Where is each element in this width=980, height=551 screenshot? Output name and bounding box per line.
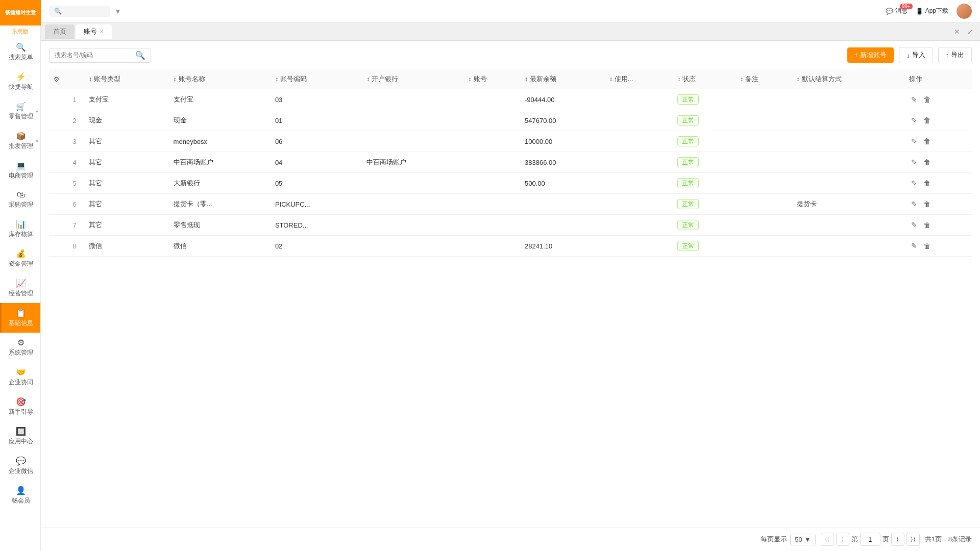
member-icon: 👤	[4, 486, 38, 495]
row-bank-2	[362, 131, 464, 152]
sidebar-item-wholesale[interactable]: 📦 批发管理 ▾	[0, 126, 40, 156]
row-action-7: ✎ 🗑	[905, 236, 972, 257]
edit-button-2[interactable]: ✎	[909, 136, 919, 146]
col-account[interactable]: ↕ 账号	[464, 69, 521, 89]
edit-button-4[interactable]: ✎	[909, 178, 919, 188]
sidebar-item-guide[interactable]: 🎯 新手引导	[0, 392, 40, 421]
sidebar-item-wechat[interactable]: 💬 企业微信	[0, 451, 40, 481]
import-button[interactable]: ↓ 导入	[899, 47, 933, 63]
wechat-icon: 💬	[4, 456, 38, 466]
row-type-7: 微信	[85, 236, 169, 257]
delete-button-7[interactable]: 🗑	[921, 241, 933, 251]
row-gear-7	[49, 236, 64, 257]
delete-button-2[interactable]: 🗑	[921, 136, 933, 146]
prev-page-button[interactable]: ⟨	[836, 533, 849, 546]
sidebar-item-member[interactable]: 👤 畅会员	[0, 481, 40, 510]
page-size-select[interactable]: 50 ▼	[790, 534, 815, 545]
edit-button-7[interactable]: ✎	[909, 241, 919, 251]
row-bank-1	[362, 110, 464, 131]
row-status-5: 正常	[673, 194, 736, 215]
edit-button-5[interactable]: ✎	[909, 199, 919, 209]
col-balance[interactable]: ↕ 最新余额	[521, 69, 605, 89]
export-icon: ↑	[946, 52, 949, 59]
page-input[interactable]	[860, 533, 880, 546]
col-usage[interactable]: ↕ 使用...	[605, 69, 673, 89]
tab-home[interactable]: 首页	[45, 24, 75, 39]
sidebar-item-system[interactable]: ⚙ 系统管理	[0, 333, 40, 362]
row-num-5: 6	[64, 194, 85, 215]
row-action-4: ✎ 🗑	[905, 173, 972, 194]
col-gear[interactable]: ⚙	[49, 69, 64, 89]
last-page-button[interactable]: ⟩⟩	[906, 533, 920, 546]
row-code-1: 01	[271, 110, 362, 131]
sidebar-item-basic[interactable]: 📋 基础信息	[0, 303, 40, 333]
edit-button-1[interactable]: ✎	[909, 115, 919, 126]
page-size-dropdown-icon: ▼	[804, 536, 811, 543]
delete-button-6[interactable]: 🗑	[921, 220, 933, 230]
row-code-0: 03	[271, 89, 362, 110]
sidebar-item-purchase[interactable]: 🛍 采购管理	[0, 185, 40, 214]
delete-button-0[interactable]: 🗑	[921, 94, 933, 105]
col-status[interactable]: ↕ 状态	[673, 69, 736, 89]
sidebar-item-finance[interactable]: 💰 资金管理	[0, 244, 40, 273]
row-bank-3: 中百商场账户	[362, 152, 464, 173]
row-action-5: ✎ 🗑	[905, 194, 972, 215]
delete-button-3[interactable]: 🗑	[921, 157, 933, 167]
row-balance-4: 500.00	[521, 173, 605, 194]
row-remark-4	[736, 173, 793, 194]
col-settle[interactable]: ↕ 默认结算方式	[793, 69, 905, 89]
row-num-3: 4	[64, 152, 85, 173]
message-button[interactable]: 💬 消息 99+	[886, 7, 908, 15]
row-code-7: 02	[271, 236, 362, 257]
row-type-2: 其它	[85, 131, 169, 152]
sidebar-item-collab[interactable]: 🤝 企业协同	[0, 362, 40, 392]
sidebar-item-business[interactable]: 📈 经营管理	[0, 273, 40, 303]
sidebar-item-quick[interactable]: ⚡ 快捷导航	[0, 67, 40, 96]
col-remark[interactable]: ↕ 备注	[736, 69, 793, 89]
topbar-dropdown-icon[interactable]: ▼	[114, 7, 121, 15]
sidebar-item-search[interactable]: 🔍 搜索菜单	[0, 37, 40, 67]
search-wrap[interactable]: 🔍	[49, 48, 151, 63]
col-code[interactable]: ↕ 账号编码	[271, 69, 362, 89]
row-name-5: 提货卡（零...	[169, 194, 271, 215]
tab-close-button[interactable]: ✕	[951, 26, 963, 37]
export-button[interactable]: ↑ 导出	[938, 47, 972, 63]
first-page-button[interactable]: ⟨⟨	[821, 533, 834, 546]
sidebar-item-ecommerce[interactable]: 💻 电商管理	[0, 156, 40, 185]
edit-button-6[interactable]: ✎	[909, 220, 919, 230]
tab-account[interactable]: 账号 ×	[76, 24, 112, 39]
row-code-2: 06	[271, 131, 362, 152]
edit-button-3[interactable]: ✎	[909, 157, 919, 167]
edit-button-0[interactable]: ✎	[909, 94, 919, 105]
main-area: 🔍 ▼ 💬 消息 99+ 📱 App下载 首页 账号	[41, 0, 980, 551]
delete-button-4[interactable]: 🗑	[921, 178, 933, 188]
page-size: 每页显示 50 ▼	[761, 534, 815, 545]
col-name[interactable]: ↕ 账号名称	[169, 69, 271, 89]
col-bank[interactable]: ↕ 开户银行	[362, 69, 464, 89]
row-account-5	[464, 194, 521, 215]
tab-close-icon[interactable]: ×	[100, 28, 104, 35]
sidebar-item-inventory[interactable]: 📊 库存核算	[0, 214, 40, 244]
row-action-1: ✎ 🗑	[905, 110, 972, 131]
avatar[interactable]	[957, 4, 972, 19]
next-page-button[interactable]: ⟩	[891, 533, 904, 546]
sidebar-item-retail[interactable]: 🛒 零售管理 ▾	[0, 96, 40, 126]
row-name-1: 现金	[169, 110, 271, 131]
topbar-search[interactable]: 🔍	[49, 6, 110, 17]
delete-button-5[interactable]: 🗑	[921, 199, 933, 209]
chevron-right-icon: ▾	[36, 109, 38, 114]
col-action: 操作	[905, 69, 972, 89]
sidebar-item-appstore[interactable]: 🔲 应用中心	[0, 421, 40, 451]
row-status-2: 正常	[673, 131, 736, 152]
add-account-button[interactable]: + 新增账号	[847, 47, 894, 63]
row-gear-3	[49, 152, 64, 173]
tab-expand-button[interactable]: ⤢	[965, 26, 976, 37]
row-account-2	[464, 131, 521, 152]
search-input[interactable]	[55, 52, 132, 59]
app-download-button[interactable]: 📱 App下载	[916, 7, 948, 15]
sidebar: 畅捷通时生意 乐意版 🔍 搜索菜单 ⚡ 快捷导航 🛒 零售管理 ▾ 📦 批发管理…	[0, 0, 41, 551]
row-gear-4	[49, 173, 64, 194]
delete-button-1[interactable]: 🗑	[921, 115, 933, 126]
row-num-0: 1	[64, 89, 85, 110]
col-type[interactable]: ↕ 账号类型	[85, 69, 169, 89]
